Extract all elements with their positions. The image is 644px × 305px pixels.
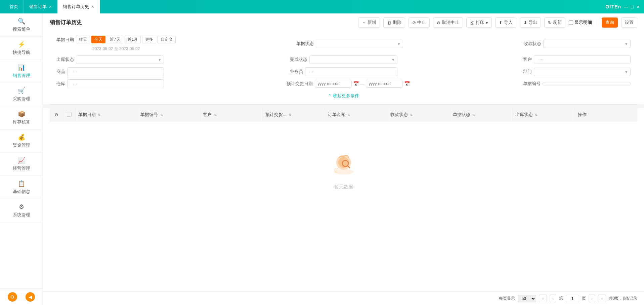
export-label: 导出: [528, 20, 537, 26]
date-more-btn[interactable]: 更多: [142, 36, 156, 43]
sidebar-item-inventory[interactable]: 📦 库存核算: [0, 106, 43, 129]
svg-point-0: [334, 169, 354, 175]
date-1month-btn[interactable]: 近1月: [125, 36, 141, 43]
filter-warehouse: 仓库 ···: [56, 79, 164, 88]
customer-label: 客户: [523, 56, 532, 63]
customer-select[interactable]: ···: [534, 55, 631, 64]
expected-date-to-input[interactable]: [366, 80, 403, 88]
sort-date-icon[interactable]: ⇅: [98, 113, 100, 117]
product-dots-icon[interactable]: ···: [72, 69, 78, 74]
delivery-status-chevron-icon: ▾: [159, 57, 161, 62]
window-restore[interactable]: □: [631, 4, 634, 9]
export-button[interactable]: ⬇ 导出: [520, 17, 541, 28]
warehouse-dots-icon[interactable]: ···: [72, 81, 78, 86]
date-custom-btn[interactable]: 自定义: [158, 36, 176, 43]
sort-payment-status-icon[interactable]: ⇅: [410, 113, 413, 117]
sidebar-item-system[interactable]: ⚙ 系统管理: [0, 199, 43, 222]
window-minimize[interactable]: —: [624, 4, 628, 9]
total-records-label: 共0页，0条记录: [609, 296, 637, 301]
tab-home[interactable]: 首页: [4, 0, 24, 13]
th-delivery-status[interactable]: 出库状态 ⇅: [512, 108, 575, 121]
sidebar-collapse-button[interactable]: ◀: [26, 292, 35, 302]
sort-order-status-icon[interactable]: ⇅: [472, 113, 475, 117]
cancel-stop-button[interactable]: ⊘ 取消中止: [433, 17, 463, 28]
date-today-btn[interactable]: 今天: [91, 36, 105, 43]
last-page-button[interactable]: »: [598, 295, 606, 302]
th-customer[interactable]: 客户 ⇅: [200, 108, 263, 121]
sort-amount-icon[interactable]: ⇅: [347, 113, 350, 117]
show-detail-group: 显示明细: [569, 20, 592, 26]
th-number[interactable]: 单据编号 ⇅: [138, 108, 200, 121]
calendar-from-icon[interactable]: 📅: [353, 81, 359, 86]
last-page-icon: »: [601, 296, 603, 301]
next-page-button[interactable]: ›: [589, 295, 595, 302]
tab-sales-order-close[interactable]: ✕: [49, 5, 52, 9]
sidebar-item-operations[interactable]: 📈 经营管理: [0, 153, 43, 176]
filter-customer: 客户 ···: [523, 55, 631, 64]
order-number-input[interactable]: [543, 82, 631, 85]
sidebar-item-basic-info[interactable]: 📋 基础信息: [0, 176, 43, 199]
sidebar-item-finance[interactable]: 💰 资金管理: [0, 129, 43, 153]
sidebar-item-quick-nav[interactable]: ⚡ 快捷导航: [0, 37, 43, 60]
product-select[interactable]: ···: [67, 67, 164, 76]
sidebar-item-purchase[interactable]: 🛒 采购管理: [0, 83, 43, 106]
th-checkbox[interactable]: [63, 108, 75, 121]
th-order-status[interactable]: 单据状态 ⇅: [450, 108, 512, 121]
new-button[interactable]: ＋ 新增: [358, 17, 380, 28]
sort-customer-icon[interactable]: ⇅: [214, 113, 217, 117]
refresh-button[interactable]: ↻ 刷新: [544, 17, 565, 28]
print-button[interactable]: 🖨 打印 ▾: [466, 17, 492, 28]
page-number-input[interactable]: [566, 295, 579, 302]
delete-button[interactable]: 🗑 删除: [383, 17, 405, 28]
sidebar-item-search-menu[interactable]: 🔍 搜索菜单: [0, 13, 43, 37]
stop-button[interactable]: ⊘ 中止: [409, 17, 430, 28]
first-page-button[interactable]: «: [539, 295, 547, 302]
sort-number-icon[interactable]: ⇅: [160, 113, 163, 117]
sidebar-bottom: ⚙ ◀: [0, 289, 43, 305]
page-suffix-label: 页: [582, 296, 586, 301]
department-select[interactable]: ▾: [534, 68, 631, 76]
per-page-label: 每页显示: [499, 296, 515, 301]
tab-sales-order-history[interactable]: 销售订单历史 ✕: [57, 0, 100, 13]
prev-page-button[interactable]: ‹: [550, 295, 556, 302]
per-page-select[interactable]: 50 10 20 100: [518, 295, 536, 302]
collapse-button[interactable]: ⌃ 收起更多条件: [56, 91, 631, 100]
tab-sales-order[interactable]: 销售订单 ✕: [24, 0, 57, 13]
import-button[interactable]: ⬆ 导入: [495, 17, 516, 28]
warehouse-select[interactable]: ···: [67, 79, 164, 88]
settings-gear-icon[interactable]: ⚙: [54, 112, 58, 117]
show-detail-checkbox[interactable]: [569, 21, 573, 25]
payment-status-select[interactable]: ▾: [543, 40, 631, 48]
query-button[interactable]: 查询: [602, 17, 618, 28]
window-close[interactable]: ✕: [636, 4, 640, 9]
customer-dots-icon[interactable]: ···: [538, 57, 545, 62]
salesperson-dots-icon[interactable]: ···: [309, 69, 316, 74]
expected-date-from-input[interactable]: [315, 80, 352, 88]
filter-delivery-status: 出库状态 ▾: [56, 55, 164, 64]
main-layout: 🔍 搜索菜单 ⚡ 快捷导航 📊 销售管理 🛒 采购管理 📦 库存核算 💰 资金管…: [0, 13, 644, 305]
th-settings[interactable]: ⚙: [50, 108, 63, 121]
salesperson-select[interactable]: ···: [305, 67, 397, 76]
th-date[interactable]: 单据日期 ⇅: [75, 108, 138, 121]
department-chevron-icon: ▾: [625, 69, 628, 74]
complete-status-select[interactable]: ▾: [309, 55, 397, 64]
sidebar-item-sales[interactable]: 📊 销售管理: [0, 60, 43, 83]
date-range-separator: —: [360, 81, 364, 86]
th-payment-status[interactable]: 收款状态 ⇅: [387, 108, 450, 121]
order-status-select[interactable]: ▾: [316, 40, 403, 48]
tab-home-label: 首页: [9, 4, 18, 10]
date-yesterday-btn[interactable]: 昨天: [76, 36, 90, 43]
date-7days-btn[interactable]: 近7天: [107, 36, 123, 43]
header-checkbox[interactable]: [67, 112, 72, 117]
sort-delivery-status-icon[interactable]: ⇅: [535, 113, 538, 117]
sidebar-settings-button[interactable]: ⚙: [8, 292, 17, 302]
sort-expected-date-icon[interactable]: ⇅: [289, 113, 291, 117]
settings-button[interactable]: 设置: [621, 17, 637, 28]
delivery-status-select[interactable]: ▾: [76, 55, 164, 64]
tab-sales-order-history-close[interactable]: ✕: [91, 5, 94, 9]
calendar-to-icon[interactable]: 📅: [404, 81, 410, 86]
sidebar-item-finance-label: 资金管理: [13, 142, 30, 148]
th-amount-label: 订单金额: [328, 112, 345, 117]
th-expected-date[interactable]: 预计交货... ⇅: [263, 108, 325, 121]
th-amount[interactable]: 订单金额 ⇅: [325, 108, 388, 121]
